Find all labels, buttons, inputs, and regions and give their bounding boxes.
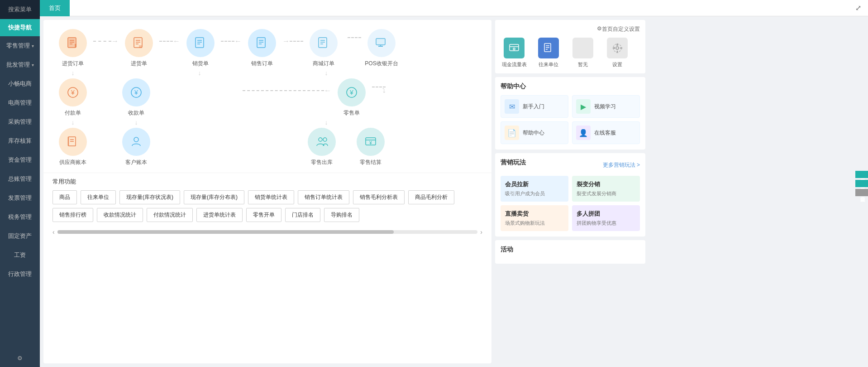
node-retail-settle[interactable]: ¥ 零售结算 — [350, 128, 391, 166]
svg-point-36 — [134, 137, 138, 142]
sidebar-settings[interactable]: ⚙ — [0, 349, 40, 367]
svg-rect-10 — [196, 38, 204, 48]
help-item-beginner[interactable]: ✉ 新手入门 — [501, 95, 568, 118]
sidebar-item-tax[interactable]: 税务管理 — [0, 208, 40, 227]
quick-icon-settings[interactable]: 设置 — [604, 38, 631, 68]
help-item-help[interactable]: 📄 帮助中心 — [501, 121, 568, 144]
beginner-label: 新手入门 — [523, 103, 544, 111]
node-purchase-order[interactable]: 进货订单 — [52, 29, 93, 68]
chevron-down-icon: ▾ — [32, 43, 34, 48]
service-icon: 👤 — [576, 126, 591, 140]
node-sales-order[interactable]: 销售订单 — [242, 29, 282, 68]
marketing-fission[interactable]: 裂变分销 裂变式发展分销商 — [572, 176, 640, 202]
tab-home[interactable]: 首页 — [40, 0, 70, 16]
more-marketing-link[interactable]: 更多营销玩法 > — [603, 161, 640, 169]
sidebar-item-salary[interactable]: 工资 — [0, 246, 40, 265]
cashflow-label: 现金流量表 — [502, 61, 527, 68]
sidebar-item-retail[interactable]: 零售管理▾ — [0, 36, 40, 55]
float-btn-desktop[interactable]: 桌面快捷 — [855, 189, 868, 196]
marketing-live[interactable]: 直播卖货 场景式购物新玩法 — [501, 205, 568, 231]
quick-icon-cashflow[interactable]: 现金流量表 — [501, 38, 528, 68]
sidebar-item-finance[interactable]: 资金管理 — [0, 150, 40, 169]
func-btn-stock2[interactable]: 现存量(库存分布表) — [184, 190, 244, 204]
node-retail-out[interactable]: 零售出库 — [301, 128, 342, 166]
video-label: 视频学习 — [594, 103, 616, 111]
sidebar-item-assets[interactable]: 固定资产 — [0, 227, 40, 246]
float-btn-hotline[interactable]: 客服热线 — [855, 171, 868, 178]
scroll-right-arrow[interactable]: › — [480, 228, 482, 236]
node-purchase[interactable]: 进货单 — [119, 29, 159, 68]
help-item-video[interactable]: ▶ 视频学习 — [572, 95, 640, 118]
func-btn-store-rank[interactable]: 门店排名 — [285, 208, 320, 222]
node-receipt[interactable]: ¥ 收款单 — [116, 78, 157, 117]
node-pos[interactable]: POS收银开台 — [361, 29, 402, 68]
common-func-title: 常用功能 — [52, 178, 482, 186]
svg-text:¥: ¥ — [349, 89, 353, 96]
sidebar-item-purchase[interactable]: 采购管理 — [0, 112, 40, 131]
node-payment[interactable]: ¥ 付款单 — [52, 78, 93, 117]
expand-icon[interactable]: ⤢ — [852, 2, 864, 14]
content-row: 进货订单 → — [40, 16, 868, 367]
func-btn-order-stat[interactable]: 销售订单统计表 — [298, 190, 349, 204]
sidebar-item-admin[interactable]: 行政管理 — [0, 265, 40, 284]
node-retail-order[interactable]: ¥ 零售单 — [331, 78, 372, 117]
empty-icon — [572, 38, 593, 58]
marketing-member[interactable]: 会员拉新 吸引用户成为会员 — [501, 176, 568, 202]
func-btn-sales-stat[interactable]: 销货单统计表 — [248, 190, 294, 204]
help-item-service[interactable]: 👤 在线客服 — [572, 121, 640, 144]
gear-icon: ⚙ — [597, 25, 602, 33]
func-btn-stock1[interactable]: 现存量(库存状况表) — [119, 190, 180, 204]
func-btn-purchase-stat[interactable]: 进货单统计表 — [196, 208, 243, 222]
scroll-thumb — [57, 230, 394, 234]
node-customer-book[interactable]: 客户账本 — [116, 128, 157, 166]
purchase-order-icon — [59, 29, 87, 57]
node-supplier-book[interactable]: 供应商账本 — [52, 128, 93, 166]
func-btn-goods[interactable]: 商品 — [52, 190, 77, 204]
float-btn-community[interactable]: 服务社区 — [855, 180, 868, 187]
help-label-doc: 帮助中心 — [523, 129, 544, 137]
sidebar-item-ecommerce-small[interactable]: 小畅电商 — [0, 74, 40, 93]
quick-nav-header[interactable]: ⚙ 首页自定义设置 — [501, 25, 640, 33]
marketing-group[interactable]: 多人拼团 拼团购物享受优惠 — [572, 205, 640, 231]
func-btn-receipt-stat[interactable]: 收款情况统计 — [97, 208, 143, 222]
retail-out-icon — [308, 128, 336, 156]
func-btn-guide-rank[interactable]: 导购排名 — [324, 208, 359, 222]
mall-order-icon — [310, 29, 338, 57]
marketing-member-title: 会员拉新 — [505, 180, 564, 188]
quick-nav-settings-label: 首页自定义设置 — [602, 25, 640, 33]
chevron-down-icon: ▾ — [32, 63, 34, 68]
video-icon: ▶ — [576, 99, 591, 114]
quick-icon-contacts[interactable]: 往来单位 — [535, 38, 562, 68]
func-btn-gross1[interactable]: 销售毛利分析表 — [353, 190, 405, 204]
node-sales[interactable]: 销货单 — [180, 29, 221, 68]
marketing-title: 营销玩法 — [501, 159, 526, 167]
sidebar-item-inventory[interactable]: 库存核算 — [0, 131, 40, 150]
marketing-header: 营销玩法 更多营销玩法 > — [501, 159, 640, 171]
settings-icon — [607, 38, 628, 58]
sidebar-search[interactable]: 搜索菜单 — [0, 0, 40, 19]
sidebar-item-wholesale[interactable]: 批发管理▾ — [0, 55, 40, 74]
func-btn-payment-stat[interactable]: 付款情况统计 — [147, 208, 193, 222]
top-tabs: 首页 ⤢ — [40, 0, 868, 16]
svg-point-38 — [323, 138, 327, 141]
sidebar-item-ledger[interactable]: 总账管理 — [0, 169, 40, 188]
sales-icon — [186, 29, 215, 57]
cashflow-icon — [504, 38, 525, 58]
retail-order-icon: ¥ — [338, 78, 366, 106]
sidebar-item-ecommerce[interactable]: 电商管理 — [0, 93, 40, 112]
func-btn-contacts[interactable]: 往来单位 — [81, 190, 116, 204]
svg-rect-23 — [377, 39, 385, 44]
func-btn-gross2[interactable]: 商品毛利分析 — [408, 190, 454, 204]
sales-order-icon — [248, 29, 276, 57]
func-btn-retail-order[interactable]: 零售开单 — [246, 208, 281, 222]
node-mall-order[interactable]: 商城订单 — [303, 29, 344, 68]
svg-rect-18 — [319, 38, 327, 48]
contacts-label: 往来单位 — [539, 61, 558, 68]
scroll-left-arrow[interactable]: ‹ — [52, 228, 55, 236]
func-btn-rank[interactable]: 销售排行榜 — [52, 208, 93, 222]
scroll-track[interactable] — [57, 230, 478, 234]
svg-rect-14 — [257, 38, 265, 48]
sidebar-item-invoice[interactable]: 发票管理 — [0, 188, 40, 208]
pos-icon — [367, 29, 396, 57]
quick-icon-empty[interactable]: 暂无 — [569, 38, 596, 68]
